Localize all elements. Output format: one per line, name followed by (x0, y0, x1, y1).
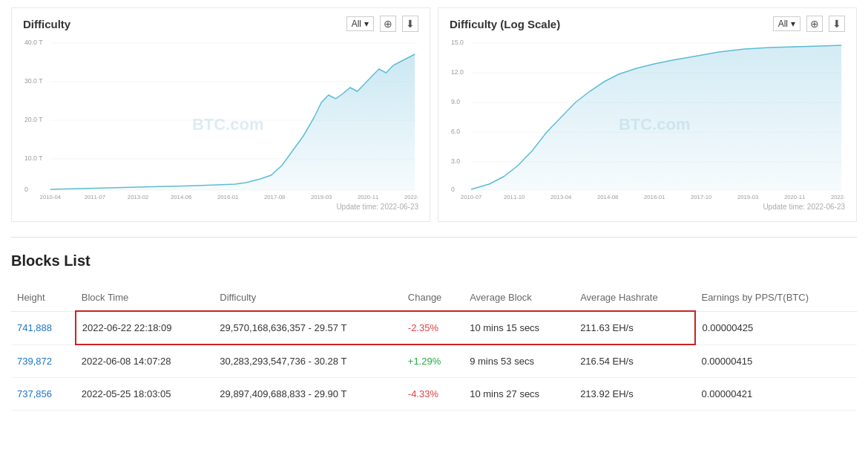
svg-text:2010-07: 2010-07 (461, 194, 481, 199)
blocks-table-header-row: Height Block Time Difficulty Change Aver… (11, 284, 857, 311)
height-link[interactable]: 737,856 (17, 388, 52, 399)
cell-block-time: 2022-06-22 22:18:09 (76, 311, 214, 344)
difficulty-chart-card: Difficulty All ▾ ⊕ ⬇ BTC.com 40.0 T 30.0… (11, 7, 430, 222)
cell-avg-block: 10 mins 15 secs (464, 311, 574, 344)
svg-text:6.0: 6.0 (451, 128, 460, 135)
difficulty-log-chart-header: Difficulty (Log Scale) All ▾ ⊕ ⬇ (450, 16, 845, 32)
table-row: 741,8882022-06-22 22:18:0929,570,168,636… (11, 311, 857, 344)
blocks-table-body: 741,8882022-06-22 22:18:0929,570,168,636… (11, 311, 857, 411)
svg-text:2014-08: 2014-08 (597, 194, 619, 199)
col-earnings: Earnings by PPS/T(BTC) (695, 284, 857, 311)
height-link[interactable]: 741,888 (17, 322, 52, 333)
cell-height: 737,856 (11, 378, 76, 411)
cell-block-time: 2022-06-08 14:07:28 (76, 344, 214, 378)
blocks-table-header: Height Block Time Difficulty Change Aver… (11, 284, 857, 311)
cell-change: -4.33% (402, 378, 464, 411)
svg-text:2017-08: 2017-08 (264, 194, 286, 199)
svg-text:10.0 T: 10.0 T (24, 154, 43, 162)
col-change: Change (402, 284, 464, 311)
difficulty-log-all-dropdown[interactable]: All ▾ (773, 16, 800, 31)
svg-text:2016-01: 2016-01 (217, 194, 238, 199)
table-row: 739,872 2022-06-08 14:07:28 30,283,293,5… (11, 344, 857, 378)
svg-text:2013-02: 2013-02 (128, 194, 148, 199)
svg-text:0: 0 (451, 186, 455, 193)
svg-text:20.0 T: 20.0 T (24, 116, 43, 123)
svg-text:40.0 T: 40.0 T (24, 39, 43, 46)
cell-difficulty: 30,283,293,547,736 - 30.28 T (214, 344, 401, 378)
difficulty-chart-body: BTC.com 40.0 T 30.0 T 20.0 T 10.0 T 0 (23, 36, 418, 214)
cell-avg-block: 10 mins 27 secs (464, 378, 574, 411)
difficulty-zoom-in-btn[interactable]: ⊕ (380, 16, 396, 32)
svg-text:15.0: 15.0 (451, 39, 464, 46)
cell-height: 741,888 (11, 311, 76, 344)
svg-text:2022-06: 2022-06 (404, 194, 418, 199)
difficulty-log-chart-svg: 15.0 12.0 9.0 6.0 3.0 0 (450, 36, 845, 199)
svg-text:2016-01: 2016-01 (644, 194, 665, 199)
svg-text:2011-07: 2011-07 (85, 194, 105, 199)
svg-text:2010-04: 2010-04 (40, 194, 62, 199)
svg-text:2019-03: 2019-03 (311, 194, 332, 199)
cell-change: +1.29% (402, 344, 464, 378)
blocks-list-title: Blocks List (11, 252, 857, 270)
svg-text:2014-06: 2014-06 (171, 194, 192, 199)
cell-avg-hashrate: 211.63 EH/s (574, 311, 695, 344)
difficulty-log-chart-body: BTC.com 15.0 12.0 9.0 6.0 3.0 0 (450, 36, 845, 214)
difficulty-log-download-btn[interactable]: ⬇ (829, 16, 845, 32)
cell-difficulty: 29,570,168,636,357 - 29.57 T (214, 311, 401, 344)
col-height: Height (11, 284, 76, 311)
difficulty-log-chart-controls: All ▾ ⊕ ⬇ (773, 16, 845, 32)
cell-earnings: 0.00000425 (695, 311, 857, 344)
svg-text:2022-06: 2022-06 (831, 194, 845, 199)
cell-avg-block: 9 mins 53 secs (464, 344, 574, 378)
col-difficulty: Difficulty (214, 284, 401, 311)
difficulty-download-btn[interactable]: ⬇ (402, 16, 418, 32)
col-block-time: Block Time (76, 284, 214, 311)
cell-earnings: 0.00000415 (695, 344, 857, 378)
cell-difficulty: 29,897,409,688,833 - 29.90 T (214, 378, 401, 411)
difficulty-log-update-time: Update time: 2022-06-23 (450, 203, 845, 211)
cell-change: -2.35% (402, 311, 464, 344)
svg-text:2011-10: 2011-10 (504, 194, 525, 199)
section-divider (11, 237, 857, 238)
difficulty-log-chart-title: Difficulty (Log Scale) (450, 18, 560, 30)
cell-avg-hashrate: 213.92 EH/s (574, 378, 695, 411)
svg-text:2013-04: 2013-04 (550, 194, 572, 199)
svg-text:12.0: 12.0 (451, 68, 464, 76)
svg-text:9.0: 9.0 (451, 98, 460, 105)
charts-section: Difficulty All ▾ ⊕ ⬇ BTC.com 40.0 T 30.0… (11, 7, 857, 222)
cell-height: 739,872 (11, 344, 76, 378)
height-link[interactable]: 739,872 (17, 356, 52, 367)
difficulty-all-dropdown[interactable]: All ▾ (346, 16, 374, 31)
blocks-table: Height Block Time Difficulty Change Aver… (11, 284, 857, 411)
chevron-down-icon-2: ▾ (791, 19, 795, 29)
difficulty-chart-header: Difficulty All ▾ ⊕ ⬇ (23, 16, 418, 32)
svg-text:2020-11: 2020-11 (784, 194, 805, 199)
chevron-down-icon: ▾ (364, 19, 369, 29)
difficulty-update-time: Update time: 2022-06-23 (23, 203, 418, 211)
table-row: 737,856 2022-05-25 18:03:05 29,897,409,6… (11, 378, 857, 411)
svg-text:30.0 T: 30.0 T (24, 77, 43, 85)
difficulty-log-zoom-in-btn[interactable]: ⊕ (806, 16, 823, 32)
cell-earnings: 0.00000421 (695, 378, 857, 411)
col-avg-hashrate: Average Hashrate (574, 284, 695, 311)
main-container: Difficulty All ▾ ⊕ ⬇ BTC.com 40.0 T 30.0… (0, 0, 868, 418)
blocks-section: Blocks List Height Block Time Difficulty… (11, 252, 857, 411)
svg-text:3.0: 3.0 (451, 157, 460, 165)
difficulty-chart-controls: All ▾ ⊕ ⬇ (346, 16, 418, 32)
difficulty-chart-svg: 40.0 T 30.0 T 20.0 T 10.0 T 0 (23, 36, 418, 199)
col-avg-block: Average Block (464, 284, 574, 311)
svg-text:0: 0 (24, 186, 28, 193)
cell-block-time: 2022-05-25 18:03:05 (76, 378, 214, 411)
svg-text:2020-11: 2020-11 (358, 194, 378, 199)
difficulty-log-chart-card: Difficulty (Log Scale) All ▾ ⊕ ⬇ BTC.com… (438, 7, 857, 222)
svg-text:2017-10: 2017-10 (691, 194, 712, 199)
cell-avg-hashrate: 216.54 EH/s (574, 344, 695, 378)
difficulty-chart-title: Difficulty (23, 18, 70, 30)
svg-text:2019-03: 2019-03 (737, 194, 759, 199)
